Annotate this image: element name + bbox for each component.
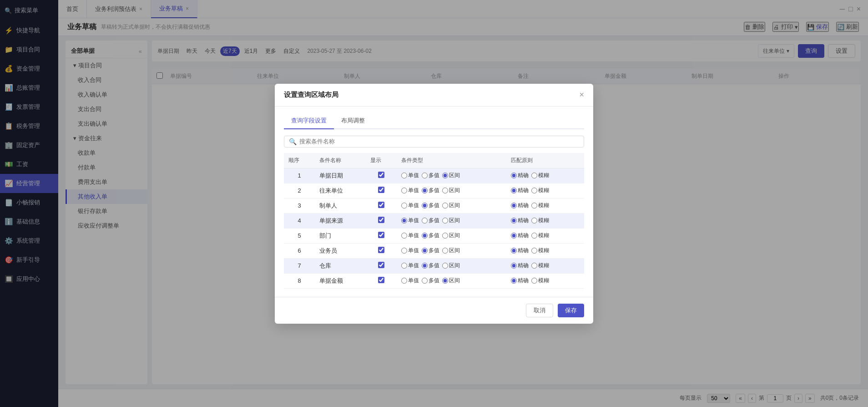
match-radio-label[interactable]: 精确 [511,232,529,239]
modal-save-button[interactable]: 保存 [558,304,584,317]
match-radio[interactable] [531,203,537,209]
type-radio[interactable] [401,263,407,269]
type-radio-label[interactable]: 单值 [401,277,419,285]
type-radio-label[interactable]: 区间 [442,262,460,270]
type-radio-label[interactable]: 多值 [422,262,439,270]
match-radio[interactable] [531,188,537,193]
type-radio-label[interactable]: 单值 [401,232,419,239]
type-radio[interactable] [422,248,428,254]
show-checkbox[interactable] [378,202,384,208]
type-radio-label[interactable]: 区间 [442,232,460,239]
type-radio[interactable] [442,278,448,284]
match-radio-label[interactable]: 模糊 [531,247,549,254]
type-radio[interactable] [442,203,448,209]
show-checkbox[interactable] [378,217,384,223]
type-radio-label[interactable]: 区间 [442,187,460,194]
type-radio-label[interactable]: 区间 [442,217,460,224]
row-match: 精确模糊 [506,228,584,243]
match-radio-label[interactable]: 模糊 [531,262,549,270]
match-radio-label[interactable]: 精确 [511,172,529,179]
show-checkbox[interactable] [378,232,384,238]
type-radio[interactable] [442,188,448,193]
match-radio-label[interactable]: 模糊 [531,187,549,194]
type-radio-label[interactable]: 多值 [422,217,439,224]
match-radio-label[interactable]: 精确 [511,187,529,194]
type-radio-label[interactable]: 多值 [422,202,439,209]
row-type: 单值多值区间 [397,273,506,288]
type-radio[interactable] [442,263,448,269]
show-checkbox[interactable] [378,277,384,283]
match-radio-label[interactable]: 模糊 [531,202,549,209]
match-radio-label[interactable]: 模糊 [531,232,549,239]
match-radio[interactable] [511,248,517,254]
type-radio[interactable] [422,263,428,269]
type-radio-label[interactable]: 区间 [442,247,460,254]
type-radio[interactable] [422,278,428,284]
type-radio-label[interactable]: 区间 [442,172,460,179]
type-radio-label[interactable]: 多值 [422,187,439,194]
cancel-button[interactable]: 取消 [526,304,553,317]
match-radio[interactable] [511,173,517,178]
type-radio[interactable] [422,218,428,224]
modal-tab-layout[interactable]: 布局调整 [334,114,372,129]
type-radio-label[interactable]: 多值 [422,232,439,239]
type-radio-label[interactable]: 单值 [401,217,419,224]
show-checkbox[interactable] [378,172,384,178]
match-radio[interactable] [531,218,537,224]
type-radio-label[interactable]: 区间 [442,202,460,209]
type-radio-label[interactable]: 区间 [442,277,460,285]
match-radio[interactable] [511,263,517,269]
match-radio-label[interactable]: 模糊 [531,217,549,224]
match-radio[interactable] [511,218,517,224]
match-radio-label[interactable]: 精确 [511,202,529,209]
type-radio-label[interactable]: 多值 [422,172,439,179]
match-radio[interactable] [511,278,517,284]
match-radio-label[interactable]: 精确 [511,247,529,254]
match-radio[interactable] [531,233,537,239]
type-radio[interactable] [442,233,448,239]
type-radio-label[interactable]: 多值 [422,277,439,285]
type-radio[interactable] [401,278,407,284]
type-radio-label[interactable]: 多值 [422,247,439,254]
match-radio-label[interactable]: 精确 [511,262,529,270]
type-radio-label[interactable]: 单值 [401,262,419,270]
show-checkbox[interactable] [378,247,384,253]
type-radio[interactable] [401,203,407,209]
modal-close-btn[interactable]: × [579,90,584,100]
type-radio-label[interactable]: 单值 [401,247,419,254]
show-checkbox[interactable] [378,187,384,193]
match-radio[interactable] [531,248,537,254]
type-radio[interactable] [422,233,428,239]
match-radio[interactable] [531,173,537,178]
show-checkbox[interactable] [378,262,384,268]
match-radio[interactable] [511,203,517,209]
type-radio[interactable] [401,173,407,178]
type-radio-label[interactable]: 单值 [401,187,419,194]
type-radio-label[interactable]: 单值 [401,202,419,209]
row-match: 精确模糊 [506,288,584,290]
match-radio[interactable] [531,263,537,269]
match-radio-label[interactable]: 精确 [511,217,529,224]
row-type: 单值多值区间 [397,198,506,213]
modal-search-input[interactable] [299,138,579,145]
type-radio[interactable] [442,173,448,178]
match-radio[interactable] [511,188,517,193]
type-radio[interactable] [401,218,407,224]
type-radio[interactable] [422,188,428,193]
type-radio[interactable] [401,248,407,254]
row-match: 精确模糊 [506,243,584,258]
type-radio[interactable] [401,233,407,239]
match-radio[interactable] [511,233,517,239]
type-radio[interactable] [422,173,428,178]
type-radio[interactable] [422,203,428,209]
type-radio-label[interactable]: 单值 [401,172,419,179]
match-radio[interactable] [531,278,537,284]
type-radio[interactable] [401,188,407,193]
type-radio[interactable] [442,218,448,224]
match-radio-label[interactable]: 精确 [511,277,529,285]
match-radio-label[interactable]: 模糊 [531,277,549,285]
modal-tab-fields[interactable]: 查询字段设置 [284,114,334,129]
match-radio-label[interactable]: 模糊 [531,172,549,179]
type-radio[interactable] [442,248,448,254]
table-row: 4单据来源单值多值区间精确模糊 [284,213,584,228]
